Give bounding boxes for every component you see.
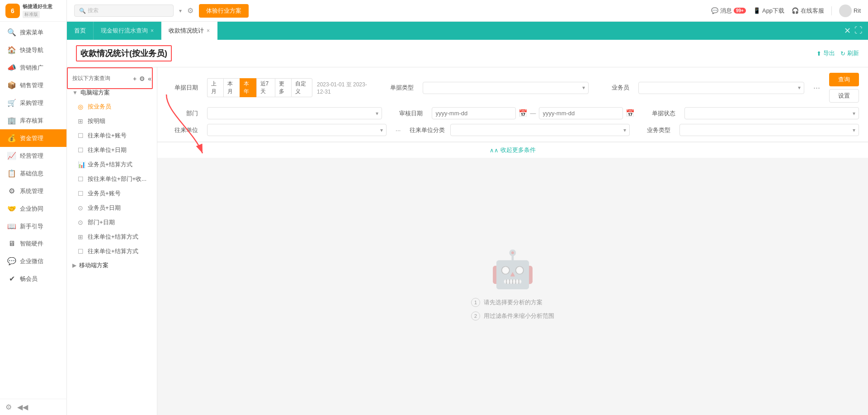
sidebar-item-operations[interactable]: 📈 经营管理 (0, 147, 66, 165)
panel-item-sp-date[interactable]: ⊙ 业务员+日期 (67, 201, 157, 215)
panel-item-dept-date[interactable]: ⊙ 部门+日期 (67, 215, 157, 230)
voucher-status-select-wrap[interactable] (684, 107, 859, 119)
salesperson-select-wrap[interactable] (638, 82, 804, 94)
add-scheme-icon[interactable]: + (133, 75, 137, 82)
panel-item-cp-settlement2[interactable]: ☐ 往来单位+结算方式 (67, 244, 157, 259)
sidebar: 6 畅捷通好生意 标准版 🔍 搜索菜单 🏠 快捷导航 📣 营销推广 📦 销售管理… (0, 0, 67, 415)
voucher-type-select[interactable] (423, 82, 589, 94)
sidebar-item-finance[interactable]: 💰 资金管理 (0, 129, 66, 147)
sidebar-item-quicknav[interactable]: 🏠 快捷导航 (0, 41, 66, 59)
counterparty-more-icon[interactable]: ··· (396, 127, 401, 134)
counterparty-category-select-wrap[interactable] (450, 124, 630, 136)
counterparty-select-wrap[interactable] (207, 124, 387, 136)
sidebar-nav: 🔍 搜索菜单 🏠 快捷导航 📣 营销推广 📦 销售管理 🛒 采购管理 🏢 库存核… (0, 22, 66, 399)
sidebar-item-member[interactable]: ✔ 畅会员 (0, 270, 66, 288)
tab-collection-close-icon[interactable]: × (207, 28, 210, 34)
export-icon: ⬆ (816, 50, 821, 57)
sidebar-item-hardware[interactable]: 🖥 智能硬件 (0, 235, 66, 252)
date-tab-custom[interactable]: 自定义 (291, 78, 312, 97)
logo-area: 6 畅捷通好生意 标准版 (0, 0, 66, 22)
desktop-section-header[interactable]: ▼ 电脑端方案 (67, 86, 157, 99)
panel-item-counterparty-date[interactable]: ☐ 往来单位+日期 (67, 143, 157, 157)
sidebar-item-guide-label: 新手引导 (20, 222, 43, 231)
panel-collapse-icon[interactable]: « (148, 75, 151, 82)
promo-button[interactable]: 体验行业方案 (199, 4, 249, 18)
salesperson-select[interactable] (638, 82, 804, 94)
app-download-item[interactable]: 📱 App下载 (753, 7, 784, 15)
department-select-wrap[interactable] (207, 107, 382, 119)
sidebar-item-marketing[interactable]: 📣 营销推广 (0, 59, 66, 76)
sidebar-item-wechat[interactable]: 💬 企业微信 (0, 252, 66, 270)
dropdown-arrow-icon[interactable]: ▾ (179, 8, 182, 14)
voucher-type-select-wrap[interactable] (423, 82, 589, 94)
panel-item-detail[interactable]: ⊞ 按明细 (67, 114, 157, 128)
filter-row-3: 往来单位 ··· 往来单位分类 业务类型 (166, 124, 859, 136)
sidebar-item-system[interactable]: ⚙ 系统管理 (0, 182, 66, 200)
export-button[interactable]: ⬆ 导出 (816, 49, 835, 57)
user-avatar-item[interactable]: Rit (839, 5, 861, 17)
panel-item-sp-account[interactable]: ☐ 业务员+账号 (67, 186, 157, 201)
sidebar-item-purchase-label: 采购管理 (20, 99, 43, 107)
panel-item-sp-settlement-label: 业务员+结算方式 (88, 160, 132, 169)
refresh-button[interactable]: ↻ 刷新 (840, 49, 859, 57)
scheme-settings-icon[interactable]: ⚙ (139, 75, 145, 82)
empty-steps: 1 请先选择要分析的方案 2 用过滤条件来缩小分析范围 (471, 298, 554, 325)
collapse-sidebar-icon[interactable]: ◀◀ (17, 403, 28, 411)
tab-collection[interactable]: 收款情况统计 × (161, 22, 217, 40)
refresh-label: 刷新 (847, 49, 859, 57)
topbar-search-box[interactable]: 🔍 搜索 (74, 5, 174, 17)
review-date-to-input[interactable] (539, 107, 623, 119)
review-date-to-cal-icon[interactable]: 📅 (626, 109, 635, 118)
counterparty-category-select[interactable] (450, 124, 630, 136)
tab-bank-flow-close-icon[interactable]: × (151, 28, 154, 34)
tab-home-label: 首页 (74, 27, 86, 35)
tab-bank-flow[interactable]: 现金银行流水查询 × (94, 22, 161, 40)
filter-row-1: 单据日期 上月 本月 本年 近7天 更多 自定义 2023-01-01 至 20… (166, 73, 859, 103)
sidebar-item-sales[interactable]: 📦 销售管理 (0, 76, 66, 94)
support-item[interactable]: 🎧 在线客服 (792, 7, 824, 15)
panel-item-counterparty-account[interactable]: ☐ 往来单位+账号 (67, 128, 157, 143)
review-date-from-cal-icon[interactable]: 📅 (519, 109, 528, 118)
search-icon: 🔍 (7, 28, 16, 37)
date-tab-this-year[interactable]: 本年 (240, 78, 256, 97)
sidebar-item-enterprise-label: 企业协同 (20, 205, 43, 213)
date-tab-this-month[interactable]: 本月 (223, 78, 240, 97)
panel-item-cp-dept-collect[interactable]: ☐ 按往来单位+部门+收... (67, 172, 157, 186)
left-panel-header: 按以下方案查询 + ⚙ « (67, 71, 157, 86)
panel-item-cp-settlement1[interactable]: ⊞ 往来单位+结算方式 (67, 230, 157, 244)
setting-button[interactable]: 设置 (829, 89, 859, 103)
date-tab-last-month[interactable]: 上月 (207, 78, 223, 97)
business-type-select-wrap[interactable] (679, 124, 859, 136)
empty-state: 🤖 1 请先选择要分析的方案 2 用过滤条件来缩小分析范围 (157, 158, 868, 415)
left-panel-icons: + ⚙ « (133, 75, 151, 82)
department-select[interactable] (207, 107, 382, 119)
topbar: 🔍 搜索 ▾ ⚙ 体验行业方案 💬 消息 99+ 📱 App下载 🎧 在线客服 (67, 0, 868, 22)
panel-item-salesperson-settlement[interactable]: 📊 业务员+结算方式 (67, 157, 157, 172)
sidebar-item-guide[interactable]: 📖 新手引导 (0, 217, 66, 235)
counterparty-select[interactable] (207, 124, 387, 136)
business-type-select[interactable] (679, 124, 859, 136)
cp-dept-icon: ☐ (78, 175, 85, 183)
tab-home[interactable]: 首页 (67, 22, 94, 40)
topbar-gear-icon[interactable]: ⚙ (187, 6, 193, 15)
sidebar-item-basic[interactable]: 📋 基础信息 (0, 165, 66, 182)
query-button[interactable]: 查询 (829, 73, 859, 86)
window-maximize-icon[interactable]: ⛶ (854, 26, 863, 36)
sidebar-item-enterprise[interactable]: 🤝 企业协同 (0, 200, 66, 217)
collapse-bar[interactable]: ∧∧ 收起更多条件 (157, 142, 868, 158)
panel-item-by-salesperson[interactable]: ◎ 按业务员 (67, 99, 157, 114)
review-date-control: 📅 — 📅 (432, 107, 635, 119)
sidebar-item-purchase[interactable]: 🛒 采购管理 (0, 94, 66, 112)
voucher-status-select[interactable] (684, 107, 859, 119)
sidebar-item-search[interactable]: 🔍 搜索菜单 (0, 24, 66, 41)
review-date-from-input[interactable] (432, 107, 516, 119)
settings-footer-icon[interactable]: ⚙ (5, 403, 12, 411)
sidebar-item-inventory[interactable]: 🏢 库存核算 (0, 112, 66, 129)
panel-item-detail-label: 按明细 (88, 117, 105, 125)
window-close-icon[interactable]: ✕ (844, 26, 851, 36)
mobile-section-header[interactable]: ▶ 移动端方案 (67, 259, 157, 272)
salesperson-more-icon[interactable]: ··· (813, 83, 820, 93)
messages-item[interactable]: 💬 消息 99+ (711, 7, 746, 15)
date-tab-7days[interactable]: 近7天 (256, 78, 275, 97)
date-tab-more[interactable]: 更多 (275, 78, 291, 97)
